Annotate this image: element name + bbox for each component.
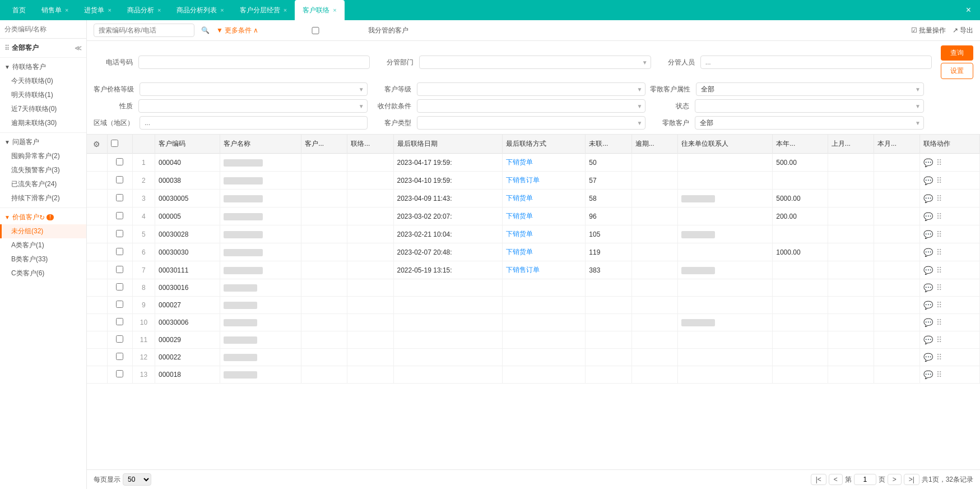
nav-customer-tier-close[interactable]: ×: [284, 7, 287, 13]
nav-customer-tier[interactable]: 客户分层经营 ×: [232, 0, 295, 20]
row-checkbox[interactable]: [107, 261, 132, 279]
row-checkbox[interactable]: [107, 331, 132, 349]
phone-input[interactable]: [138, 56, 370, 69]
payment-select[interactable]: [417, 99, 646, 113]
scatter-select[interactable]: 全部: [695, 116, 924, 130]
row-select-checkbox[interactable]: [116, 353, 123, 360]
sidebar-group-problem[interactable]: ▼ 问题客户: [0, 135, 86, 149]
chat-icon[interactable]: 💬: [923, 266, 933, 275]
export-button[interactable]: ↗ 导出: [953, 26, 973, 35]
name-col-header[interactable]: 客户名称: [220, 135, 301, 154]
chat-icon[interactable]: 💬: [923, 353, 933, 362]
last-contact-method-col-header[interactable]: 最后联络方式: [502, 135, 586, 154]
grid-icon[interactable]: ⠿: [936, 266, 942, 275]
row-checkbox[interactable]: [107, 207, 132, 225]
nav-customer-contact-close[interactable]: ×: [333, 7, 336, 13]
row-checkbox[interactable]: [107, 172, 132, 190]
grid-icon[interactable]: ⠿: [936, 158, 942, 167]
row-checkbox[interactable]: [107, 279, 132, 297]
nav-purchase[interactable]: 进货单 ×: [76, 0, 119, 20]
no-contact-col-header[interactable]: 未联...: [586, 135, 631, 154]
row-select-checkbox[interactable]: [116, 266, 123, 273]
sidebar-item-ungrouped[interactable]: 未分组(32): [0, 224, 86, 238]
chat-icon[interactable]: 💬: [923, 248, 933, 257]
row-select-checkbox[interactable]: [116, 370, 123, 377]
my-customers-check[interactable]: [265, 27, 366, 34]
query-button[interactable]: 查询: [941, 45, 973, 61]
last-page-button[interactable]: >|: [904, 474, 919, 485]
grid-icon[interactable]: ⠿: [936, 248, 942, 257]
prev-page-button[interactable]: <: [829, 474, 843, 485]
row-select-checkbox[interactable]: [116, 194, 123, 201]
nav-sales[interactable]: 销售单 ×: [34, 0, 76, 20]
scatter-attr-select[interactable]: 全部: [696, 82, 924, 96]
row-select-checkbox[interactable]: [116, 230, 123, 237]
sidebar-item-b-class[interactable]: B类客户(33): [0, 252, 86, 266]
grid-icon[interactable]: ⠿: [936, 370, 942, 379]
row-checkbox[interactable]: [107, 297, 132, 314]
chat-icon[interactable]: 💬: [923, 230, 933, 239]
sidebar-item-declining[interactable]: 持续下滑客户(2): [0, 191, 86, 205]
grid-icon[interactable]: ⠿: [936, 283, 942, 292]
status-select[interactable]: [695, 99, 924, 113]
nav-product-analysis-list-close[interactable]: ×: [220, 7, 224, 13]
more-filters-button[interactable]: ▼ 更多条件 ∧: [216, 26, 258, 35]
customer-type-select[interactable]: [417, 116, 646, 130]
nav-product-analysis[interactable]: 商品分析 ×: [119, 0, 169, 20]
row-checkbox[interactable]: [107, 154, 132, 172]
row-select-checkbox[interactable]: [116, 301, 123, 308]
checkbox-col-header[interactable]: [107, 135, 132, 154]
batch-op-button[interactable]: ☑ 批量操作: [911, 26, 946, 35]
chat-icon[interactable]: 💬: [923, 335, 933, 344]
row-select-checkbox[interactable]: [116, 318, 123, 325]
dept-select[interactable]: [419, 56, 651, 69]
row-checkbox[interactable]: [107, 190, 132, 207]
last-contact-method-link[interactable]: 下销货单: [506, 158, 533, 166]
last-contact-method-link[interactable]: 下销货单: [506, 230, 533, 238]
customer-grade-select[interactable]: [417, 82, 646, 96]
chat-icon[interactable]: 💬: [923, 158, 933, 167]
row-select-checkbox[interactable]: [116, 212, 123, 219]
row-checkbox[interactable]: [107, 366, 132, 384]
row-select-checkbox[interactable]: [116, 283, 123, 290]
sidebar-group-pending[interactable]: ▼ 待联络客户: [0, 60, 86, 74]
region-input[interactable]: [140, 116, 368, 130]
collapse-icon[interactable]: ≪: [75, 44, 82, 52]
sidebar-item-churn-warning[interactable]: 流失预警客户(3): [0, 163, 86, 177]
unit-contact-col-header[interactable]: 往来单位联系人: [677, 135, 773, 154]
search-input[interactable]: [94, 24, 194, 37]
reset-button[interactable]: 设置: [941, 63, 973, 79]
contact-col-header[interactable]: 联络...: [347, 135, 393, 154]
last-contact-method-link[interactable]: 下销货单: [506, 212, 533, 220]
type-col-header[interactable]: 客户...: [301, 135, 347, 154]
grid-icon[interactable]: ⠿: [936, 230, 942, 239]
chat-icon[interactable]: 💬: [923, 212, 933, 221]
last-contact-date-col-header[interactable]: 最后联络日期: [393, 135, 502, 154]
page-input[interactable]: [854, 474, 876, 485]
this-month-col-header[interactable]: 本月...: [874, 135, 920, 154]
this-year-col-header[interactable]: 本年...: [773, 135, 828, 154]
nav-customer-contact[interactable]: 客户联络 ×: [295, 0, 344, 20]
close-all-tabs[interactable]: ×: [962, 5, 976, 15]
settings-col-header[interactable]: ⚙: [87, 135, 107, 154]
grid-icon[interactable]: ⠿: [936, 212, 942, 221]
sidebar-item-hoarding-anomaly[interactable]: 囤购异常客户(2): [0, 149, 86, 163]
refresh-icon[interactable]: ↻: [39, 214, 45, 222]
chat-icon[interactable]: 💬: [923, 301, 933, 310]
grid-icon[interactable]: ⠿: [936, 318, 942, 327]
nav-sales-close[interactable]: ×: [65, 7, 68, 13]
my-customers-checkbox[interactable]: 我分管的客户: [265, 26, 408, 35]
row-select-checkbox[interactable]: [116, 176, 123, 183]
first-page-button[interactable]: |<: [811, 474, 826, 485]
grid-icon[interactable]: ⠿: [936, 335, 942, 344]
all-customers-header[interactable]: ⠿ 全部客户 ≪: [0, 39, 86, 55]
row-checkbox[interactable]: [107, 225, 132, 243]
chat-icon[interactable]: 💬: [923, 370, 933, 379]
nav-product-analysis-close[interactable]: ×: [157, 7, 161, 13]
nature-select[interactable]: [138, 99, 368, 113]
grid-icon[interactable]: ⠿: [936, 176, 942, 185]
row-checkbox[interactable]: [107, 349, 132, 366]
row-checkbox[interactable]: [107, 243, 132, 261]
row-checkbox[interactable]: [107, 314, 132, 331]
last-contact-method-link[interactable]: 下销货单: [506, 248, 533, 256]
